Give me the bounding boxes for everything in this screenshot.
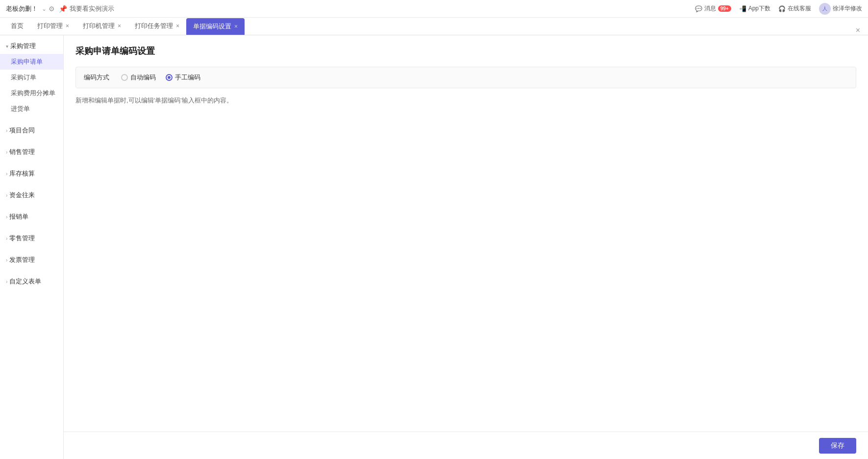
radio-manual-code[interactable]: 手工编码 — [166, 73, 200, 82]
demo-link[interactable]: 📌 我要看实例演示 — [59, 4, 114, 13]
sidebar-group-title-capital[interactable]: › 资金往来 — [0, 187, 63, 203]
arrow-right-icon-returns: › — [6, 214, 7, 220]
sidebar-group-title-returns[interactable]: › 报销单 — [0, 209, 63, 225]
sidebar-group-title-invoice[interactable]: › 发票管理 — [0, 252, 63, 268]
content-footer: 保存 — [64, 432, 868, 459]
sidebar-group-title-retail[interactable]: › 零售管理 — [0, 230, 63, 246]
arrow-right-icon-project: › — [6, 128, 7, 133]
sidebar-group-title-sales[interactable]: › 销售管理 — [0, 144, 63, 160]
main-layout: ▾ 采购管理 采购申请单 采购订单 采购费用分摊单 进货单 › 项目合同 — [0, 35, 868, 459]
dropdown-icon[interactable]: ⌄ — [42, 5, 47, 12]
arrow-right-icon-sales: › — [6, 150, 7, 155]
sidebar-group-custom: › 自定义表单 — [0, 271, 63, 292]
sidebar-group-capital: › 资金往来 — [0, 184, 63, 206]
radio-group-encoding: 自动编码 手工编码 — [121, 73, 200, 82]
phone-icon: 📲 — [739, 5, 746, 12]
sidebar-group-project: › 项目合同 — [0, 120, 63, 141]
top-bar: 老板勿删！ ⌄ ⚙ 📌 我要看实例演示 💬 消息 99+ 📲 App下数 🎧 在… — [0, 0, 868, 18]
app-download-button[interactable]: 📲 App下数 — [739, 4, 770, 13]
encoding-label: 编码方式 — [84, 73, 109, 82]
sidebar-group-title-custom[interactable]: › 自定义表单 — [0, 274, 63, 289]
arrow-right-icon-retail: › — [6, 236, 7, 241]
radio-circle-manual — [166, 74, 173, 81]
sidebar: ▾ 采购管理 采购申请单 采购订单 采购费用分摊单 进货单 › 项目合同 — [0, 35, 64, 459]
tab-print-manage[interactable]: 打印管理 × — [30, 18, 76, 35]
top-bar-title: 老板勿删！ — [6, 4, 38, 13]
tab-bar-close-all[interactable]: × — [852, 26, 864, 35]
content-area: 采购申请单编码设置 编码方式 自动编码 手工编码 新增和编辑单据时,可以编辑'单… — [64, 35, 868, 459]
online-service-button[interactable]: 🎧 在线客服 — [778, 4, 811, 13]
tab-home[interactable]: 首页 — [4, 18, 30, 35]
radio-auto-code[interactable]: 自动编码 — [121, 73, 156, 82]
sidebar-item-purchase-request[interactable]: 采购申请单 — [0, 54, 63, 70]
sidebar-group-retail: › 零售管理 — [0, 228, 63, 249]
sidebar-group-returns: › 报销单 — [0, 206, 63, 228]
sidebar-item-incoming[interactable]: 进货单 — [0, 101, 63, 117]
sidebar-group-sales: › 销售管理 — [0, 141, 63, 163]
top-bar-right: 💬 消息 99+ 📲 App下数 🎧 在线客服 人 徐泽华修改 — [695, 3, 862, 15]
tab-print-task[interactable]: 打印任务管理 × — [128, 18, 186, 35]
sidebar-item-purchase-order[interactable]: 采购订单 — [0, 70, 63, 85]
tab-bar: 首页 打印管理 × 打印机管理 × 打印任务管理 × 单据编码设置 × × — [0, 18, 868, 35]
tab-printer-manage[interactable]: 打印机管理 × — [76, 18, 128, 35]
tab-close-print-manage[interactable]: × — [66, 23, 69, 29]
message-button[interactable]: 💬 消息 99+ — [695, 4, 731, 13]
tab-close-print-task[interactable]: × — [176, 23, 179, 29]
arrow-right-icon-capital: › — [6, 193, 7, 198]
arrow-down-icon: ▾ — [6, 44, 8, 49]
sidebar-group-title-project[interactable]: › 项目合同 — [0, 123, 63, 138]
tab-barcode-setting[interactable]: 单据编码设置 × — [186, 18, 245, 35]
settings-icon[interactable]: ⚙ — [49, 5, 55, 13]
sidebar-item-purchase-expense[interactable]: 采购费用分摊单 — [0, 85, 63, 101]
arrow-right-icon-inventory: › — [6, 171, 7, 177]
avatar: 人 — [819, 3, 831, 15]
content-inner: 采购申请单编码设置 编码方式 自动编码 手工编码 新增和编辑单据时,可以编辑'单… — [64, 35, 868, 432]
sidebar-group-purchase: ▾ 采购管理 采购申请单 采购订单 采购费用分摊单 进货单 — [0, 35, 63, 120]
headset-icon: 🎧 — [778, 5, 786, 12]
sidebar-group-title-purchase[interactable]: ▾ 采购管理 — [0, 38, 63, 54]
tab-close-barcode-setting[interactable]: × — [234, 23, 238, 30]
save-button[interactable]: 保存 — [819, 438, 856, 454]
top-bar-left: 老板勿删！ ⌄ ⚙ 📌 我要看实例演示 — [6, 4, 114, 13]
radio-circle-auto — [121, 74, 128, 81]
sidebar-group-title-inventory[interactable]: › 库存核算 — [0, 166, 63, 181]
arrow-right-icon-invoice: › — [6, 257, 7, 263]
hint-text: 新增和编辑单据时,可以编辑'单据编码'输入框中的内容。 — [75, 96, 856, 105]
top-bar-icons: ⌄ ⚙ — [42, 5, 55, 13]
arrow-right-icon-custom: › — [6, 279, 7, 284]
sidebar-group-inventory: › 库存核算 — [0, 163, 63, 184]
tab-close-printer-manage[interactable]: × — [118, 23, 121, 29]
message-icon: 💬 — [695, 5, 702, 12]
encoding-row: 编码方式 自动编码 手工编码 — [75, 67, 856, 88]
sidebar-group-invoice: › 发票管理 — [0, 249, 63, 271]
message-badge: 99+ — [718, 5, 731, 12]
user-menu[interactable]: 人 徐泽华修改 — [819, 3, 862, 15]
page-title: 采购申请单编码设置 — [75, 45, 856, 57]
